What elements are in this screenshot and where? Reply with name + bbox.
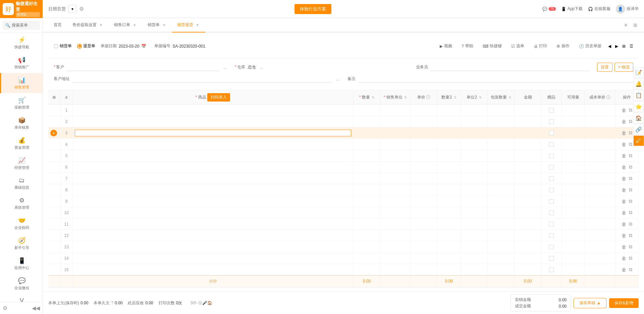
price-help-icon[interactable]: ⓘ [426, 95, 430, 100]
cell-pkg[interactable] [488, 105, 515, 116]
copy-row-btn[interactable]: ⧉ [628, 118, 633, 125]
cell-unit2[interactable] [461, 207, 488, 218]
cell-gift[interactable] [541, 264, 561, 276]
delete-row-btn[interactable]: 🗑 [621, 107, 627, 114]
cell-unit2[interactable] [461, 127, 488, 139]
sidebar-item-guide[interactable]: 🧭 新手引导 [0, 234, 43, 254]
cell-qty2[interactable] [437, 264, 461, 276]
cell-unit[interactable] [380, 105, 411, 116]
tab-sales-delivery-close[interactable]: ✕ [162, 23, 166, 27]
cell-qty2[interactable] [437, 218, 461, 230]
cell-amount[interactable] [515, 264, 541, 276]
cell-pkg[interactable] [488, 241, 515, 253]
cell-pkg[interactable] [488, 264, 515, 276]
add-row-btn[interactable]: + [50, 130, 57, 136]
cell-qty[interactable] [354, 127, 380, 139]
help-btn[interactable]: ? 帮助 [459, 42, 476, 50]
cell-unit[interactable] [380, 241, 411, 253]
cell-cost[interactable] [585, 139, 615, 150]
sidebar-item-operations[interactable]: 📈 经营管理 [0, 153, 43, 174]
delete-row-btn[interactable]: 🗑 [621, 198, 627, 205]
address-input[interactable] [72, 75, 332, 83]
cell-gift[interactable] [541, 218, 561, 230]
cell-qty[interactable] [354, 150, 380, 162]
cell-price[interactable] [411, 196, 437, 207]
cell-qty2[interactable] [437, 162, 461, 173]
logistics-btn[interactable]: + 物流 [614, 63, 633, 72]
cell-avail[interactable] [561, 150, 585, 162]
cell-cost[interactable] [585, 253, 615, 264]
tab-price-settings-close[interactable]: ✕ [99, 23, 103, 27]
cell-qty2[interactable] [437, 241, 461, 253]
cell-product[interactable] [72, 241, 354, 253]
customer-input[interactable] [67, 63, 219, 71]
cell-amount[interactable] [515, 241, 541, 253]
cell-price[interactable] [411, 173, 437, 184]
copy-row-btn[interactable]: ⧉ [628, 107, 633, 114]
cell-avail[interactable] [561, 116, 585, 127]
copy-row-btn[interactable]: ⧉ [628, 232, 633, 239]
video-btn[interactable]: ▶ 视频 [437, 42, 455, 50]
notification-btn[interactable]: 💬 70 [542, 7, 556, 11]
cell-amount[interactable] [515, 184, 541, 196]
cell-unit2[interactable] [461, 116, 488, 127]
this-overdue-icon[interactable]: ? [111, 301, 113, 305]
cell-product[interactable] [72, 218, 354, 230]
salesperson-input[interactable] [431, 63, 589, 71]
warehouse-dots[interactable]: ... [260, 65, 263, 70]
cell-amount[interactable] [515, 162, 541, 173]
customer-dots[interactable]: ... [223, 65, 227, 70]
delete-row-btn[interactable]: 🗑 [621, 129, 627, 136]
cell-product[interactable] [72, 264, 354, 276]
gift-checkbox[interactable] [549, 199, 554, 204]
cell-pkg[interactable] [488, 207, 515, 218]
cell-pkg[interactable] [488, 173, 515, 184]
cost-help-icon[interactable]: ⓘ [606, 95, 610, 100]
cell-pkg[interactable] [488, 139, 515, 150]
cell-avail[interactable] [561, 196, 585, 207]
calendar-icon[interactable]: 📅 [141, 44, 146, 49]
cell-pkg[interactable] [488, 196, 515, 207]
cell-qty2[interactable] [437, 139, 461, 150]
cta-button[interactable]: 体验行业方案 [294, 4, 331, 14]
cell-qty[interactable] [354, 173, 380, 184]
cell-price[interactable] [411, 139, 437, 150]
cell-avail[interactable] [561, 264, 585, 276]
select-btn[interactable]: ☑ 选单 [508, 42, 527, 50]
cell-cost[interactable] [585, 207, 615, 218]
cell-avail[interactable] [561, 105, 585, 116]
cell-price[interactable] [411, 116, 437, 127]
unit2-sort-icon[interactable]: ⇅ [479, 96, 482, 99]
cell-avail[interactable] [561, 253, 585, 264]
cell-product[interactable] [72, 105, 354, 116]
copy-row-btn[interactable]: ⧉ [628, 266, 633, 273]
date-value[interactable]: 2023-03-20 [119, 44, 139, 49]
copy-row-btn[interactable]: ⧉ [628, 186, 633, 193]
cell-pkg[interactable] [488, 230, 515, 241]
cell-qty2[interactable] [437, 105, 461, 116]
sidebar-item-inventory[interactable]: 📦 库存核算 [0, 113, 43, 133]
cell-qty[interactable] [354, 241, 380, 253]
cell-cost[interactable] [585, 218, 615, 230]
cell-amount[interactable] [515, 173, 541, 184]
cell-price[interactable] [411, 253, 437, 264]
tabs-close-all-btn[interactable]: ✕ [623, 21, 629, 29]
delete-row-btn[interactable]: 🗑 [621, 175, 627, 182]
cell-unit[interactable] [380, 173, 411, 184]
cell-unit2[interactable] [461, 218, 488, 230]
cell-pkg[interactable] [488, 127, 515, 139]
sidebar-item-shortcut[interactable]: ⚡ 快捷导航 [0, 33, 43, 53]
cell-amount[interactable] [515, 139, 541, 150]
remark-input[interactable] [358, 75, 633, 83]
search-button[interactable]: 🔍 搜索菜单 [3, 21, 40, 30]
qty2-sort-icon[interactable]: ⇅ [454, 96, 457, 99]
cell-unit[interactable] [380, 116, 411, 127]
tab-home[interactable]: 首页 [48, 18, 67, 33]
cell-gift[interactable] [541, 127, 561, 139]
cell-qty2[interactable] [437, 207, 461, 218]
cell-gift[interactable] [541, 207, 561, 218]
cell-gift[interactable] [541, 184, 561, 196]
cell-unit[interactable] [380, 150, 411, 162]
gift-checkbox[interactable] [549, 176, 554, 181]
cell-gift[interactable] [541, 116, 561, 127]
